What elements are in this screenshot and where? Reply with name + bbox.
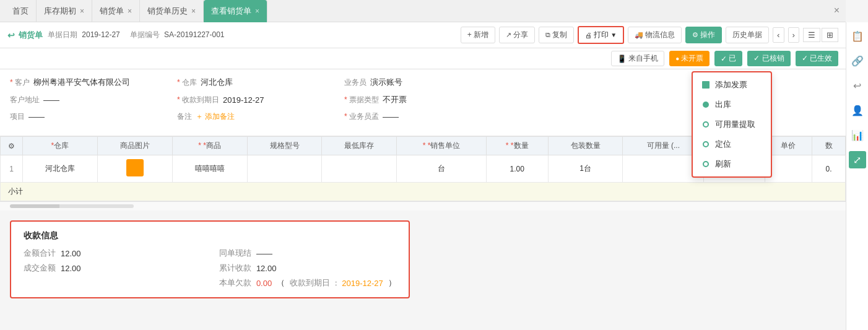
not-open-label: 未开票 <box>681 53 703 64</box>
date-label: 单据日期 2019-12-27 <box>48 30 120 40</box>
tab-history[interactable]: 销货单历史 × <box>140 0 204 22</box>
confirm-button[interactable]: ✓ 已 <box>714 51 742 66</box>
sidebar-icon-back[interactable]: ↩ <box>849 77 866 94</box>
due-date-label: 收款到期日 <box>177 95 219 105</box>
amount-item: 金额合计 12.00 <box>24 248 201 259</box>
customer-field: 客户 柳州粤港平安气体有限公司 <box>10 77 165 88</box>
already-sold-label: 已核销 <box>762 54 784 63</box>
copy-label: 复制 <box>552 30 567 40</box>
sidebar-icon-expand[interactable]: ⤢ <box>849 151 866 168</box>
doc-type-text: 销货单 <box>19 30 43 41</box>
already-sold-button[interactable]: ✓ 已核销 <box>747 51 790 66</box>
deal-label: 成交金额 <box>24 263 56 274</box>
same-order-label: 同单现结 <box>219 248 251 259</box>
dropdown-ship-out[interactable]: 出库 <box>693 95 771 115</box>
due-date-field: 收款到期日 2019-12-27 <box>177 95 332 105</box>
print-icon: 🖨 <box>585 32 592 39</box>
nav-prev-button[interactable]: ‹ <box>773 27 784 43</box>
tab-sales[interactable]: 销货单 × <box>92 0 140 22</box>
toolbar-actions: + 新增 ↗ 分享 ⧉ 复制 🖨 打印 ▼ 🚚 物流信息 ⚙ 操作 <box>461 26 838 44</box>
col-min-stock: 最低库存 <box>322 137 397 155</box>
history-button[interactable]: 历史单据 <box>726 27 769 43</box>
owed-hint-end: ） <box>388 277 396 289</box>
circle-icon <box>703 102 709 108</box>
scroll-indicator[interactable] <box>10 204 134 208</box>
available-qty-icon <box>701 120 710 129</box>
col-spec: 规格型号 <box>247 137 322 155</box>
circle-outline-icon2 <box>703 141 709 147</box>
tab-home[interactable]: 首页 <box>5 0 37 22</box>
owed-value: 0.00 <box>256 279 272 288</box>
row-spec <box>247 155 322 183</box>
window-close-button[interactable]: × <box>834 5 840 16</box>
customer-label: 客户 <box>10 77 30 88</box>
staff-field: 业务员 演示账号 <box>344 77 499 88</box>
main-toolbar: ↩ 销货单 单据日期 2019-12-27 单据编号 SA-20191227-0… <box>0 22 846 48</box>
project-label: 项目 <box>10 111 25 122</box>
deal-value: 12.00 <box>61 264 81 273</box>
tab-sales-label: 销货单 <box>100 6 124 17</box>
subtotal-row: 小计 <box>1 183 846 201</box>
not-open-button[interactable]: ● 未开票 <box>669 51 710 66</box>
print-dropdown-icon: ▼ <box>610 32 617 38</box>
tab-history-close[interactable]: × <box>191 7 196 15</box>
dropdown-locate[interactable]: 定位 <box>693 134 771 154</box>
cumulative-value: 12.00 <box>256 264 277 273</box>
deal-item: 成交金额 12.00 <box>24 263 201 274</box>
col-settings[interactable]: ⚙ <box>1 137 23 155</box>
tab-inventory-close[interactable]: × <box>80 7 84 15</box>
view-toggle: ☰ ⊞ <box>803 28 838 42</box>
sidebar-icon-link[interactable]: 🔗 <box>849 52 866 69</box>
tab-bar: 首页 库存期初 × 销货单 × 销货单历史 × 查看销货单 × × <box>0 0 846 22</box>
right-sidebar: 📋 🔗 ↩ 👤 📊 ⤢ <box>846 22 868 308</box>
copy-button[interactable]: ⧉ 复制 <box>539 27 574 43</box>
number-value: SA-20191227-001 <box>164 30 224 39</box>
tab-view-sales-label: 查看销货单 <box>211 6 251 17</box>
project-value: —— <box>28 112 45 121</box>
doc-type-label: ↩ 销货单 <box>7 30 43 41</box>
new-button[interactable]: + 新增 <box>461 27 495 43</box>
view-grid-button[interactable]: ⊞ <box>822 28 838 42</box>
tab-history-label: 销货单历史 <box>147 6 188 17</box>
sidebar-icon-chart[interactable]: 📊 <box>849 126 866 144</box>
operate-icon: ⚙ <box>692 31 698 39</box>
tab-inventory-label: 库存期初 <box>44 6 76 17</box>
warehouse-label: 仓库 <box>177 77 197 88</box>
tab-sales-close[interactable]: × <box>128 7 132 15</box>
dropdown-available-qty[interactable]: 可用量提取 <box>693 115 771 134</box>
payment-title: 收款信息 <box>24 230 396 241</box>
tab-home-label: 首页 <box>12 6 28 17</box>
subtotal-label: 小计 <box>1 183 846 201</box>
view-list-button[interactable]: ☰ <box>803 28 820 42</box>
col-unit: * *销售单位 <box>397 137 486 155</box>
plus-icon: ＋ <box>196 112 203 121</box>
phone-icon: 📱 <box>617 54 627 63</box>
row-other: 0. <box>812 155 846 183</box>
due-date-value: 2019-12-27 <box>223 95 264 105</box>
copy-icon: ⧉ <box>545 31 550 39</box>
locate-label: 定位 <box>715 139 731 150</box>
tab-inventory[interactable]: 库存期初 × <box>37 0 92 22</box>
operate-button[interactable]: ⚙ 操作 <box>685 27 722 43</box>
already-effective-button[interactable]: ✓ 已生效 <box>796 51 838 66</box>
owed-hint: （ <box>277 277 285 289</box>
dropdown-refresh[interactable]: 刷新 <box>693 154 771 174</box>
add-note-button[interactable]: ＋ 添加备注 <box>196 111 235 122</box>
warehouse-value: 河北仓库 <box>201 77 233 88</box>
operate-label: 操作 <box>700 30 715 40</box>
logistics-button[interactable]: 🚚 物流信息 <box>628 27 682 43</box>
sidebar-icon-doc[interactable]: 📋 <box>849 27 866 45</box>
add-invoice-icon <box>701 80 710 89</box>
from-phone-button[interactable]: 📱 来自手机 <box>611 51 664 66</box>
tab-view-sales-close[interactable]: × <box>255 7 259 15</box>
nav-next-button[interactable]: › <box>788 27 799 43</box>
product-image <box>126 159 144 176</box>
share-button[interactable]: ↗ 分享 <box>499 27 535 43</box>
row-pack-qty: 1台 <box>548 155 623 183</box>
tab-view-sales[interactable]: 查看销货单 × <box>204 0 267 22</box>
cumulative-label: 累计收款 <box>219 263 251 274</box>
print-button[interactable]: 🖨 打印 ▼ <box>578 26 624 44</box>
owed-label: 本单欠款 <box>219 277 251 289</box>
dropdown-add-invoice[interactable]: 添加发票 <box>693 75 771 95</box>
sidebar-icon-user[interactable]: 👤 <box>849 102 866 119</box>
